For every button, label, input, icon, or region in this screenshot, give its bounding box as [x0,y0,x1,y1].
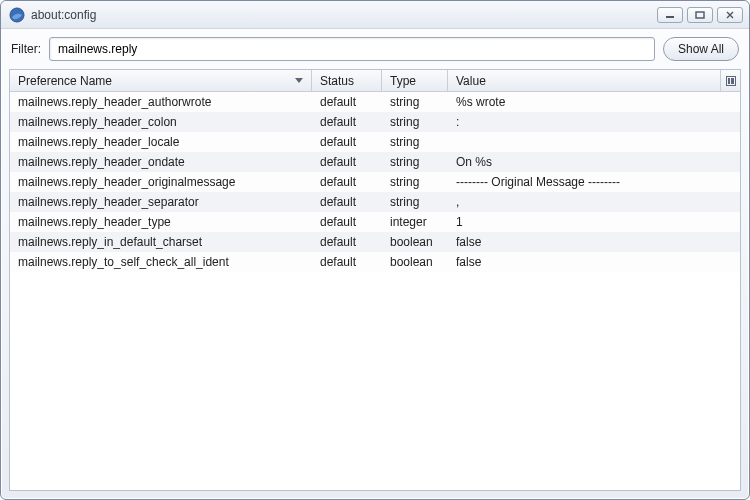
cell-pref-name: mailnews.reply_header_type [10,215,312,229]
app-icon [9,7,25,23]
table-row[interactable]: mailnews.reply_header_originalmessagedef… [10,172,740,192]
sort-indicator-icon [295,78,303,83]
cell-pref-name: mailnews.reply_in_default_charset [10,235,312,249]
table-row[interactable]: mailnews.reply_header_ondatedefaultstrin… [10,152,740,172]
maximize-button[interactable] [687,7,713,23]
col-header-type[interactable]: Type [382,70,448,91]
cell-value: : [448,115,740,129]
app-window: about:config Filter: Show All Preference… [0,0,750,500]
col-header-preference-name[interactable]: Preference Name [10,70,312,91]
cell-type: integer [382,215,448,229]
cell-value: false [448,255,740,269]
cell-status: default [312,255,382,269]
cell-value: false [448,235,740,249]
cell-type: string [382,195,448,209]
cell-status: default [312,215,382,229]
cell-pref-name: mailnews.reply_header_ondate [10,155,312,169]
cell-pref-name: mailnews.reply_header_colon [10,115,312,129]
cell-type: boolean [382,255,448,269]
col-header-status[interactable]: Status [312,70,382,91]
cell-status: default [312,195,382,209]
cell-pref-name: mailnews.reply_header_authorwrote [10,95,312,109]
minimize-button[interactable] [657,7,683,23]
cell-pref-name: mailnews.reply_header_originalmessage [10,175,312,189]
cell-value: , [448,195,740,209]
cell-status: default [312,155,382,169]
filter-bar: Filter: Show All [1,29,749,69]
col-header-label: Preference Name [18,74,112,88]
table-body[interactable]: mailnews.reply_header_authorwrotedefault… [10,92,740,490]
table-row[interactable]: mailnews.reply_header_authorwrotedefault… [10,92,740,112]
cell-status: default [312,175,382,189]
col-header-label: Type [390,74,416,88]
window-controls [657,7,743,23]
column-picker-button[interactable] [720,70,740,91]
filter-label: Filter: [11,42,41,56]
cell-type: string [382,135,448,149]
cell-pref-name: mailnews.reply_to_self_check_all_ident [10,255,312,269]
table-row[interactable]: mailnews.reply_header_localedefaultstrin… [10,132,740,152]
window-title: about:config [31,8,657,22]
show-all-button[interactable]: Show All [663,37,739,61]
cell-type: string [382,155,448,169]
prefs-table: Preference Name Status Type Value mailne… [9,69,741,491]
table-row[interactable]: mailnews.reply_in_default_charsetdefault… [10,232,740,252]
cell-pref-name: mailnews.reply_header_separator [10,195,312,209]
filter-input[interactable] [49,37,655,61]
cell-status: default [312,95,382,109]
cell-status: default [312,135,382,149]
cell-type: string [382,95,448,109]
col-header-label: Value [456,74,486,88]
cell-value: 1 [448,215,740,229]
svg-rect-2 [666,16,674,18]
cell-value: %s wrote [448,95,740,109]
svg-rect-5 [728,78,730,84]
table-row[interactable]: mailnews.reply_header_typedefaultinteger… [10,212,740,232]
cell-type: string [382,115,448,129]
svg-rect-3 [696,12,704,18]
table-row[interactable]: mailnews.reply_header_colondefaultstring… [10,112,740,132]
table-row[interactable]: mailnews.reply_to_self_check_all_identde… [10,252,740,272]
table-header: Preference Name Status Type Value [10,70,740,92]
cell-pref-name: mailnews.reply_header_locale [10,135,312,149]
cell-status: default [312,235,382,249]
col-header-label: Status [320,74,354,88]
cell-status: default [312,115,382,129]
svg-rect-6 [731,78,734,84]
close-button[interactable] [717,7,743,23]
table-row[interactable]: mailnews.reply_header_separatordefaultst… [10,192,740,212]
cell-type: string [382,175,448,189]
cell-type: boolean [382,235,448,249]
col-header-value[interactable]: Value [448,70,720,91]
cell-value: On %s [448,155,740,169]
titlebar[interactable]: about:config [1,1,749,29]
cell-value: -------- Original Message -------- [448,175,740,189]
